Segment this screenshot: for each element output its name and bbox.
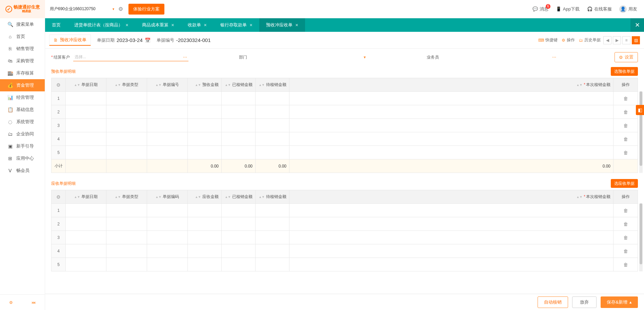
close-all-tabs[interactable]: ✕ bbox=[630, 18, 644, 32]
sidebar-settings-icon[interactable]: ⚙ bbox=[9, 300, 13, 305]
trash-icon[interactable]: 🗑 bbox=[623, 262, 628, 267]
sort-icon[interactable]: ▲▼ bbox=[156, 84, 162, 86]
close-icon[interactable]: ✕ bbox=[295, 23, 298, 27]
table-row[interactable]: 5🗑 bbox=[52, 258, 638, 271]
save-new-button[interactable]: 保存&新增▴ bbox=[601, 296, 638, 308]
close-icon[interactable]: ✕ bbox=[125, 23, 128, 27]
gear-icon[interactable]: ⚙ bbox=[56, 194, 61, 200]
trash-icon[interactable]: 🗑 bbox=[623, 235, 628, 240]
prev-doc-button[interactable]: ◀ bbox=[603, 36, 611, 44]
trash-icon[interactable]: 🗑 bbox=[623, 109, 628, 115]
doc-date[interactable]: 2023-03-24 bbox=[117, 37, 143, 43]
support-label: 在线客服 bbox=[594, 6, 612, 12]
auto-verify-button[interactable]: 自动核销 bbox=[538, 296, 568, 308]
sales-field[interactable]: ⋯ bbox=[442, 53, 558, 61]
shortcut-button[interactable]: ⌨快捷键 bbox=[537, 37, 559, 43]
sort-icon[interactable]: ▲▼ bbox=[74, 196, 80, 198]
sidebar-item-system[interactable]: ◌系统管理 bbox=[0, 116, 45, 128]
sidebar-item-guide[interactable]: ▣新手引导 bbox=[0, 140, 45, 152]
next-doc-button[interactable]: ▶ bbox=[613, 36, 621, 44]
sort-icon[interactable]: ▲▼ bbox=[577, 84, 583, 86]
calendar-icon[interactable]: 📅 bbox=[145, 38, 150, 43]
sort-icon[interactable]: ▲▼ bbox=[115, 196, 121, 198]
tab-cost-recalc[interactable]: 商品成本重算✕ bbox=[135, 18, 181, 32]
table-row[interactable]: 1🗑 bbox=[52, 204, 638, 217]
sidebar-item-member[interactable]: Ⅴ畅会员 bbox=[0, 164, 45, 177]
sidebar-item-collab[interactable]: 🗂企业协同 bbox=[0, 128, 45, 140]
sort-icon[interactable]: ▲▼ bbox=[195, 196, 201, 198]
sidebar-item-home[interactable]: ⌂首页 bbox=[0, 30, 45, 43]
scrollbar[interactable] bbox=[639, 91, 643, 173]
table-row[interactable]: 4🗑 bbox=[52, 244, 638, 258]
more-icon[interactable]: ⋯ bbox=[552, 55, 556, 60]
trash-icon[interactable]: 🗑 bbox=[623, 248, 628, 254]
pick-prepay-button[interactable]: 选预收单据 bbox=[611, 67, 638, 76]
trash-icon[interactable]: 🗑 bbox=[623, 150, 628, 155]
phone-icon: 📱 bbox=[556, 6, 561, 12]
table-row[interactable]: 5🗑 bbox=[52, 146, 638, 159]
sort-icon[interactable]: ▲▼ bbox=[225, 196, 231, 198]
discard-button[interactable]: 放弃 bbox=[572, 296, 597, 308]
sort-icon[interactable]: ▲▼ bbox=[259, 196, 265, 198]
pick-receivable-button[interactable]: 选应收单据 bbox=[611, 179, 638, 188]
tab-receipt[interactable]: 收款单✕ bbox=[181, 18, 214, 32]
sidebar-item-basic[interactable]: 📋基础信息 bbox=[0, 104, 45, 116]
table-row[interactable]: 3🗑 bbox=[52, 119, 638, 132]
sidebar-item-search[interactable]: 🔍搜索菜单 bbox=[0, 18, 45, 30]
more-icon[interactable]: ⋯ bbox=[183, 55, 187, 60]
sidebar-item-sales[interactable]: ⎘销售管理 bbox=[0, 43, 45, 55]
view-detail-button[interactable]: ▤ bbox=[632, 36, 640, 44]
industry-plan-button[interactable]: 体验行业方案 bbox=[128, 4, 164, 15]
trash-icon[interactable]: 🗑 bbox=[623, 136, 628, 142]
customer-field[interactable]: 选择... ⋯ bbox=[73, 53, 188, 61]
sort-icon[interactable]: ▲▼ bbox=[156, 196, 162, 198]
sort-icon[interactable]: ▲▼ bbox=[115, 84, 121, 86]
sidebar-collapse-icon[interactable]: ⏮ bbox=[32, 300, 36, 305]
brand-sub: 精易版 bbox=[22, 10, 31, 13]
view-list-button[interactable]: ≡ bbox=[622, 36, 630, 44]
tab-purchase-stats[interactable]: 进货单统计表（按商品）✕ bbox=[67, 18, 135, 32]
sort-icon[interactable]: ▲▼ bbox=[225, 84, 231, 86]
table-row[interactable]: 3🗑 bbox=[52, 231, 638, 244]
company-selector[interactable]: 用户690企业1660120750 ▾ bbox=[50, 4, 114, 15]
close-icon[interactable]: ✕ bbox=[249, 23, 253, 27]
ops-button[interactable]: ⚙操作 bbox=[560, 37, 576, 43]
dept-field[interactable]: ▾ bbox=[250, 53, 366, 61]
col-date: 单据日期 bbox=[81, 194, 98, 199]
sidebar-item-apps[interactable]: ⊞应用中心 bbox=[0, 152, 45, 164]
table-row[interactable]: 2🗑 bbox=[52, 217, 638, 231]
sidebar-item-business[interactable]: 📊经营管理 bbox=[0, 91, 45, 104]
trash-icon[interactable]: 🗑 bbox=[623, 208, 628, 213]
scrollbar[interactable] bbox=[639, 203, 643, 271]
trash-icon[interactable]: 🗑 bbox=[623, 96, 628, 101]
support-button[interactable]: 🎧 在线客服 bbox=[587, 6, 612, 12]
gear-icon[interactable]: ⚙ bbox=[56, 82, 61, 88]
tab-prepay-offset[interactable]: 预收冲应收单✕ bbox=[259, 18, 305, 32]
tab-bank[interactable]: 银行存取款单✕ bbox=[214, 18, 259, 32]
customer-label: *结算客户 bbox=[51, 54, 70, 60]
tab-home[interactable]: 首页 bbox=[45, 18, 67, 32]
trash-icon[interactable]: 🗑 bbox=[623, 221, 628, 227]
side-drawer-tab[interactable]: ◧ bbox=[636, 105, 644, 115]
trash-icon[interactable]: 🗑 bbox=[623, 123, 628, 128]
sort-icon[interactable]: ▲▼ bbox=[259, 84, 265, 86]
sort-icon[interactable]: ▲▼ bbox=[74, 84, 80, 86]
sort-icon[interactable]: ▲▼ bbox=[195, 84, 201, 86]
table-row[interactable]: 2🗑 bbox=[52, 105, 638, 119]
sidebar-item-inventory[interactable]: 🏬库存核算 bbox=[0, 67, 45, 79]
sidebar-item-funds[interactable]: 💰资金管理 bbox=[0, 79, 45, 91]
tab-label: 首页 bbox=[52, 22, 61, 28]
close-icon[interactable]: ✕ bbox=[204, 23, 207, 27]
history-button[interactable]: 🗂历史单据 bbox=[578, 37, 602, 43]
table-row[interactable]: 1🗑 bbox=[52, 92, 638, 105]
user-menu[interactable]: 👤 用友 bbox=[619, 5, 637, 13]
table-row[interactable]: 4🗑 bbox=[52, 132, 638, 146]
app-download-button[interactable]: 📱 App下载 bbox=[556, 6, 580, 12]
doc-title-tab: 🗎 预收冲应收单 bbox=[49, 35, 91, 46]
sort-icon[interactable]: ▲▼ bbox=[577, 196, 583, 198]
close-icon[interactable]: ✕ bbox=[171, 23, 174, 27]
company-settings-icon[interactable]: ⚙ bbox=[118, 6, 123, 12]
settings-button[interactable]: ⚙设置 bbox=[615, 52, 638, 62]
sidebar-item-purchase[interactable]: 🛍采购管理 bbox=[0, 55, 45, 67]
messages-button[interactable]: 💬 消息 6 bbox=[532, 6, 548, 12]
